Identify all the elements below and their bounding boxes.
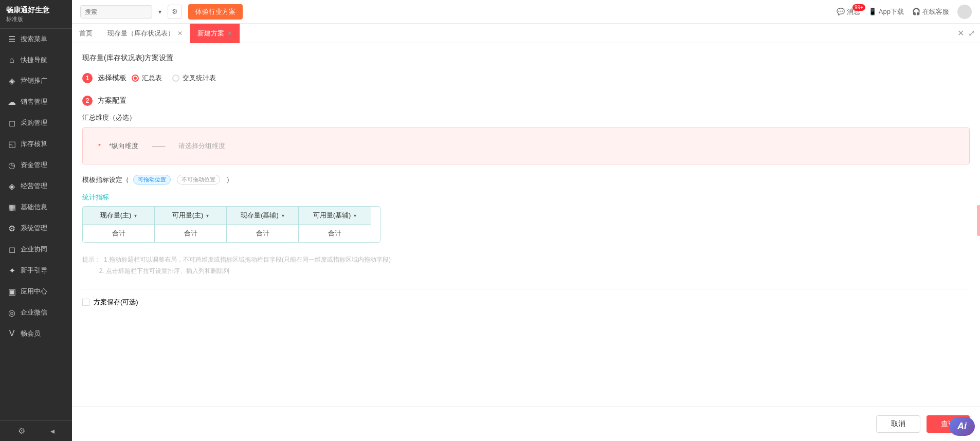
app-download-label: App下载 — [879, 7, 904, 16]
summary-dim-section: 汇总维度（必选） * *纵向维度 —— 请选择分组维度 — [82, 113, 970, 164]
gear-icon: ⚙ — [172, 8, 178, 15]
gear-button[interactable]: ⚙ — [168, 5, 182, 19]
radio-cross-circle — [172, 75, 179, 82]
sidebar-item-inventory[interactable]: ◱ 库存核算 — [0, 134, 72, 155]
section2-title: 方案配置 — [98, 96, 126, 105]
close-window-icon[interactable]: ✕ — [957, 28, 964, 38]
tip-2-text: 2. 点击标题栏下拉可设置排序、插入列和删除列 — [99, 266, 229, 277]
sidebar-item-label: 经营管理 — [21, 181, 47, 191]
save-option: 方案保存(可选) — [82, 289, 970, 307]
ai-badge[interactable]: Ai — [949, 417, 975, 436]
industry-btn[interactable]: 体验行业方案 — [188, 4, 243, 20]
app-name: 畅康通好生意 — [6, 5, 66, 15]
close-tab-inventory-icon[interactable]: ✕ — [177, 30, 183, 37]
sidebar-item-operation[interactable]: ◈ 经营管理 — [0, 176, 72, 197]
mobile-icon: 📱 — [868, 8, 877, 15]
sidebar-item-beginner[interactable]: ✦ 新手引导 — [0, 260, 72, 281]
sidebar-item-vip[interactable]: V 畅会员 — [0, 323, 72, 344]
stats-col-header[interactable]: 现存量(主) ▾ — [83, 207, 154, 225]
beginner-icon: ✦ — [7, 266, 16, 275]
sidebar-item-marketing[interactable]: ◈ 营销推广 — [0, 70, 72, 91]
draggable-tag: 可拖动位置 — [133, 175, 171, 185]
vertical-dim-label: *纵向维度 — [109, 141, 138, 151]
system-icon: ⚙ — [7, 224, 16, 233]
radio-cross[interactable]: 交叉统计表 — [172, 74, 216, 83]
section2-num: 2 — [82, 96, 93, 106]
chevron-down-icon: ▾ — [282, 213, 284, 218]
app-center-icon: ▣ — [7, 287, 16, 297]
save-checkbox[interactable] — [82, 299, 89, 306]
sidebar-item-label: 资金管理 — [21, 160, 47, 170]
sidebar: 畅康通好生意 标准版 ☰ 搜索菜单 ⌂ 快捷导航 ◈ 营销推广 ☁ 销售管理 ◻… — [0, 0, 72, 441]
indicator-label: 模板指标设定（ 可拖动位置 不可拖动位置 ） — [82, 175, 970, 185]
topbar-dropdown[interactable]: ▾ — [158, 8, 161, 15]
section-plan-config: 2 方案配置 汇总维度（必选） * *纵向维度 —— 请选择分组维度 — [82, 96, 970, 277]
tip-prefix: 提示： — [82, 254, 101, 266]
chevron-down-icon: ▾ — [354, 213, 356, 218]
radio-summary-circle — [132, 75, 139, 82]
online-service-btn[interactable]: 🎧 在线客服 — [912, 7, 949, 16]
sidebar-item-purchase[interactable]: ◻ 采购管理 — [0, 113, 72, 134]
sidebar-item-sales[interactable]: ☁ 销售管理 — [0, 91, 72, 113]
stats-col-header[interactable]: 可用量(基辅) ▾ — [299, 207, 371, 225]
sidebar-item-finance[interactable]: ◷ 资金管理 — [0, 155, 72, 176]
sidebar-item-app-center[interactable]: ▣ 应用中心 — [0, 281, 72, 302]
stats-col-header[interactable]: 可用量(主) ▾ — [155, 207, 226, 225]
sidebar-item-label: 库存核算 — [21, 139, 47, 149]
tab-inventory[interactable]: 现存量（库存状况表） ✕ — [100, 24, 190, 43]
radio-summary[interactable]: 汇总表 — [132, 74, 162, 83]
tab-home[interactable]: 首页 — [72, 24, 100, 43]
stats-title: 统计指标 — [82, 193, 970, 202]
tab-inventory-label: 现存量（库存状况表） — [107, 29, 174, 38]
avatar[interactable] — [957, 5, 972, 19]
sidebar-item-search-menu[interactable]: ☰ 搜索菜单 — [0, 29, 72, 50]
stats-col: 可用量(基辅) ▾ 合计 — [299, 207, 371, 242]
tip-1: 提示： 1.拖动标题栏可以调整布局，不可跨维度或指标区域拖动栏目字段(只能在同一… — [82, 254, 970, 266]
sidebar-item-label: 新手引导 — [21, 266, 47, 275]
sidebar-item-enterprise[interactable]: ◻ 企业协同 — [0, 239, 72, 260]
col-header-label: 可用量(基辅) — [313, 211, 351, 220]
sidebar-item-basic-info[interactable]: ▦ 基础信息 — [0, 197, 72, 218]
sidebar-item-quick-nav[interactable]: ⌂ 快捷导航 — [0, 50, 72, 70]
close-tab-new-icon[interactable]: ✕ — [227, 30, 232, 37]
tab-new-plan[interactable]: 新建方案 ✕ — [190, 24, 240, 43]
headset-icon: 🎧 — [912, 8, 920, 15]
tab-new-plan-label: 新建方案 — [197, 29, 224, 38]
expand-icon[interactable]: ⤢ — [968, 28, 975, 38]
dim-placeholder[interactable]: 请选择分组维度 — [178, 141, 225, 151]
col-header-label: 可用量(主) — [172, 211, 204, 220]
basic-info-icon: ▦ — [7, 203, 16, 212]
stats-col: 现存量(主) ▾ 合计 — [83, 207, 155, 242]
sales-icon: ☁ — [7, 97, 16, 107]
sidebar-item-system[interactable]: ⚙ 系统管理 — [0, 218, 72, 239]
message-btn[interactable]: 💬 消息 99+ — [837, 7, 860, 16]
no-drag-tag: 不可拖动位置 — [177, 175, 220, 185]
cancel-button[interactable]: 取消 — [876, 415, 920, 433]
col-body-value: 合计 — [112, 229, 125, 238]
message-icon: 💬 — [837, 8, 845, 15]
vip-icon: V — [7, 329, 16, 338]
sidebar-item-label: 营销推广 — [21, 76, 47, 85]
sidebar-item-wechat[interactable]: ◎ 企业微信 — [0, 302, 72, 323]
operation-icon: ◈ — [7, 181, 16, 191]
wechat-icon: ◎ — [7, 308, 16, 318]
app-download-btn[interactable]: 📱 App下载 — [868, 7, 904, 16]
stats-col: 可用量(主) ▾ 合计 — [155, 207, 227, 242]
stats-col-body: 合计 — [155, 225, 226, 242]
dash: —— — [152, 142, 165, 150]
right-edge-handle[interactable] — [977, 205, 980, 236]
settings-icon[interactable]: ⚙ — [18, 426, 25, 436]
template-radio-group: 汇总表 交叉统计表 — [132, 74, 216, 83]
main-area: ▾ ⚙ 体验行业方案 💬 消息 99+ 📱 App下载 🎧 在线客服 — [72, 0, 980, 441]
chevron-down-icon: ▾ — [134, 213, 137, 218]
section2-header: 2 方案配置 — [82, 96, 970, 106]
search-input[interactable] — [80, 5, 152, 19]
collapse-icon[interactable]: ◂ — [50, 426, 55, 436]
summary-dim-label: 汇总维度（必选） — [82, 113, 970, 122]
topbar-right: 💬 消息 99+ 📱 App下载 🎧 在线客服 — [837, 5, 972, 19]
save-label: 方案保存(可选) — [94, 298, 138, 307]
stats-col-header[interactable]: 现存量(基辅) ▾ — [227, 207, 298, 225]
required-star: * — [98, 142, 101, 150]
sidebar-item-label: 企业协同 — [21, 245, 47, 254]
stats-col-body: 合计 — [227, 225, 298, 242]
